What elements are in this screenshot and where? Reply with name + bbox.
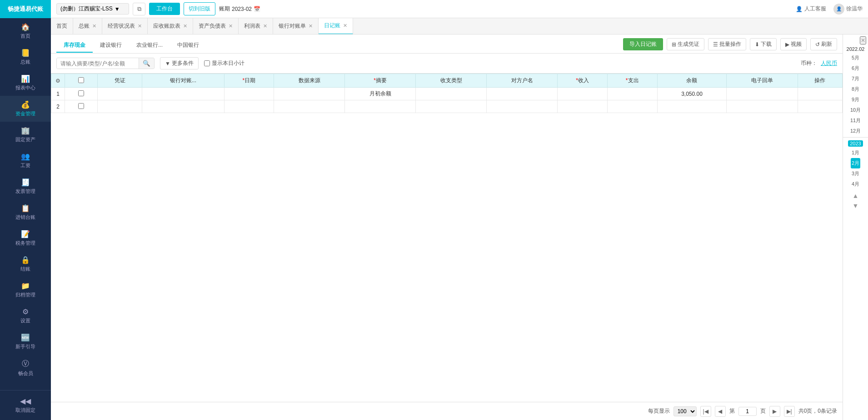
row-date-0[interactable] (224, 88, 274, 100)
cal-month-11月[interactable]: 11月 (849, 115, 862, 126)
generate-voucher-button[interactable]: ⊞ 生成凭证 (667, 38, 704, 50)
search-button[interactable]: 🔍 (139, 58, 154, 69)
reports-icon: 📊 (21, 74, 30, 83)
sales-icon: 📋 (21, 204, 30, 212)
batch-operation-button[interactable]: ☰ 批量操作 (708, 38, 746, 50)
first-page-button[interactable]: |◀ (700, 406, 711, 417)
video-button[interactable]: ▶ 视频 (780, 38, 807, 50)
cal-month-7月[interactable]: 7月 (849, 74, 862, 84)
tab-close-receivable[interactable]: ✕ (183, 23, 187, 29)
cal-month-8月[interactable]: 8月 (849, 84, 862, 94)
row-checkbox-1[interactable] (65, 100, 98, 113)
user-profile[interactable]: 👤 徐温华 (833, 4, 863, 15)
select-all-checkbox[interactable] (78, 77, 84, 83)
company-selector[interactable]: (勿删）江西赐宝-LSS ▼ (56, 3, 129, 15)
tab-bank[interactable]: 银行对账单 ✕ (273, 18, 319, 35)
table-row: 1 月初余额 3,050.00 (51, 88, 843, 100)
tab-receivable[interactable]: 应收账款表 ✕ (148, 18, 193, 35)
old-version-button[interactable]: 切到旧版 (184, 2, 215, 15)
content-area: 库存现金建设银行农业银行...中国银行 导入日记账 ⊞ 生成凭证 ☰ 批量操作 … (51, 35, 868, 420)
sidebar-item-archive[interactable]: 📁归档管理 (0, 277, 51, 303)
cal-month-2023-1月[interactable]: 1月 (851, 148, 860, 158)
copy-button[interactable]: ⧉ (133, 3, 145, 15)
sidebar-item-sales[interactable]: 📋进销台账 (0, 199, 51, 225)
sidebar-item-invoice[interactable]: 🧾发票管理 (0, 173, 51, 199)
row-expense-1[interactable] (607, 100, 657, 113)
home-icon: 🏠 (21, 23, 30, 31)
tab-assets[interactable]: 资产负债表 ✕ (193, 18, 239, 35)
row-expense-0[interactable] (607, 88, 657, 100)
more-filter-button[interactable]: ▼ 更多条件 (160, 57, 199, 69)
sidebar-item-settings[interactable]: ⚙设置 (0, 303, 51, 329)
row-income-1[interactable] (558, 100, 608, 113)
tab-journal[interactable]: 日记账 ✕ (319, 18, 353, 35)
sidebar-item-member[interactable]: Ⓥ畅会员 (0, 355, 51, 381)
customer-service[interactable]: 👤 人工客服 (796, 5, 826, 13)
cal-month-6月[interactable]: 6月 (849, 63, 862, 74)
tab-label-home: 首页 (56, 22, 67, 30)
row-operation-1[interactable] (798, 100, 843, 113)
subtab-abc[interactable]: 农业银行... (129, 39, 170, 53)
sidebar-unpin[interactable]: ◀◀ 取消固定 (0, 394, 51, 416)
download-button[interactable]: ⬇ 下载 (750, 38, 777, 50)
assets-icon: 🏢 (21, 126, 30, 135)
tab-business[interactable]: 经营状况表 ✕ (102, 18, 148, 35)
tab-close-journal[interactable]: ✕ (343, 23, 347, 29)
row-voucher-1 (98, 100, 142, 113)
search-input[interactable] (57, 59, 139, 69)
calendar-icon[interactable]: 📅 (254, 6, 260, 12)
summary-column-header: *摘要 (345, 74, 416, 88)
sidebar-item-reports[interactable]: 📊报表中心 (0, 70, 51, 96)
tab-close-ledger[interactable]: ✕ (92, 23, 96, 29)
sidebar-item-salary[interactable]: 👥工资 (0, 148, 51, 173)
row-checkbox-0[interactable] (65, 88, 98, 100)
tab-home[interactable]: 首页 (51, 18, 73, 35)
sidebar-item-close[interactable]: 🔒结账 (0, 251, 51, 277)
journal-table: ⚙ 凭证 银行对账... *日期 数据来源 *摘要 收支类型 对方户名 *收入 (51, 74, 843, 113)
journal-content: 库存现金建设银行农业银行...中国银行 导入日记账 ⊞ 生成凭证 ☰ 批量操作 … (51, 35, 843, 420)
subtab-cash[interactable]: 库存现金 (56, 39, 93, 53)
sidebar-item-tax[interactable]: 📝税务管理 (0, 225, 51, 251)
cal-month-2023-3月[interactable]: 3月 (851, 168, 860, 179)
subtab-ccb[interactable]: 建设银行 (93, 39, 129, 53)
cal-year-2023-group: 2023 (843, 137, 868, 148)
refresh-button[interactable]: ↺ 刷新 (810, 38, 837, 50)
sidebar-item-guide[interactable]: 🆕新手引导 (0, 329, 51, 355)
cal-month-2023-4月[interactable]: 4月 (851, 179, 860, 189)
row-operation-0[interactable] (798, 88, 843, 100)
tab-close-business[interactable]: ✕ (138, 23, 142, 29)
tab-close-bank[interactable]: ✕ (309, 23, 313, 29)
cal-month-9月[interactable]: 9月 (849, 94, 862, 105)
toolbar-right: 币种： 人民币 (801, 59, 837, 67)
page-input[interactable] (738, 407, 757, 416)
calendar-close-button[interactable]: ✕ (860, 36, 866, 44)
settings-column-header[interactable]: ⚙ (51, 74, 65, 88)
row-income-0[interactable] (558, 88, 608, 100)
last-page-button[interactable]: ▶| (784, 406, 795, 417)
tab-profit[interactable]: 利润表 ✕ (239, 18, 273, 35)
sidebar-item-home[interactable]: 🏠首页 (0, 18, 51, 44)
tab-close-profit[interactable]: ✕ (263, 23, 267, 29)
per-page-select[interactable]: 102050100 (673, 406, 697, 416)
cal-down-button[interactable]: ▼ (852, 201, 860, 210)
cal-month-12月[interactable]: 12月 (849, 126, 862, 136)
sidebar-item-assets[interactable]: 🏢固定资产 (0, 122, 51, 148)
sidebar-item-ledger[interactable]: 📒总账 (0, 44, 51, 70)
row-date-1[interactable] (224, 100, 274, 113)
show-today-checkbox-wrap[interactable]: 显示本日小计 (204, 59, 244, 67)
cal-month-2023-2月[interactable]: 2月 (851, 158, 860, 168)
subtab-boc[interactable]: 中国银行 (170, 39, 206, 53)
checkbox-column-header[interactable] (65, 74, 98, 88)
tab-ledger[interactable]: 总账 ✕ (73, 18, 102, 35)
cal-up-button[interactable]: ▲ (852, 191, 860, 200)
workbench-button[interactable]: 工作台 (149, 3, 180, 15)
tab-label-receivable: 应收账款表 (153, 22, 180, 30)
cal-month-5月[interactable]: 5月 (849, 53, 862, 63)
next-page-button[interactable]: ▶ (769, 406, 780, 417)
prev-page-button[interactable]: ◀ (715, 406, 726, 417)
sidebar-item-finance[interactable]: 💰资金管理 (0, 96, 51, 122)
cal-month-10月[interactable]: 10月 (849, 105, 862, 115)
tab-close-assets[interactable]: ✕ (229, 23, 233, 29)
import-journal-button[interactable]: 导入日记账 (623, 38, 663, 50)
show-today-checkbox[interactable] (204, 60, 210, 66)
